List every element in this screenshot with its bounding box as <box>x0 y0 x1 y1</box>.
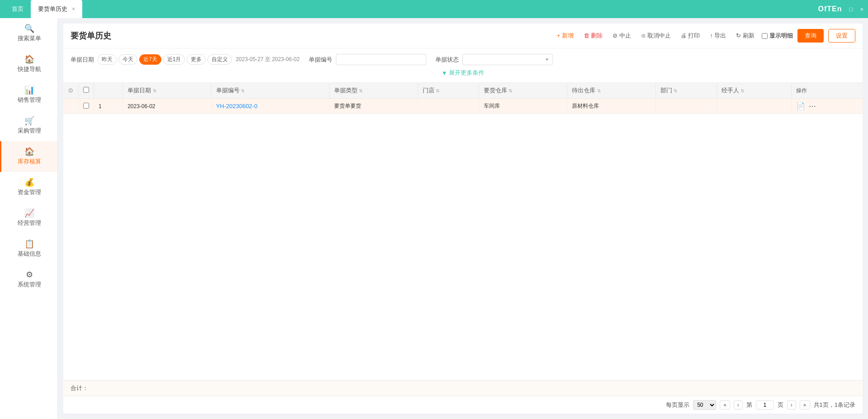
th-store-sort-icon[interactable]: ⇅ <box>436 88 439 93</box>
print-btn[interactable]: 🖨 打印 <box>678 30 703 42</box>
filter-row: 单据日期 昨天 今天 近7天 近1月 更多 自定义 2023-05-27 至 2… <box>71 54 855 65</box>
th-req-warehouse[interactable]: 要货仓库 ⇅ <box>479 83 567 99</box>
th-doctype-sort-icon[interactable]: ⇅ <box>359 88 363 93</box>
current-page-label: 第 <box>746 401 752 409</box>
status-select[interactable] <box>462 54 553 65</box>
tab-close-btn[interactable]: × <box>72 6 75 12</box>
sidebar-item-ops-mgmt[interactable]: 📈 经营管理 <box>0 203 57 233</box>
quick-nav-icon: 🏠 <box>24 55 34 63</box>
export-btn[interactable]: ↑ 导出 <box>707 30 729 42</box>
settings-button[interactable]: 设置 <box>828 29 855 43</box>
th-pending-warehouse-sort-icon[interactable]: ⇅ <box>597 88 601 93</box>
pagination-bar: 每页显示 50 10 20 100 « ‹ 第 页 › » 共1页，1条记录 <box>63 396 863 414</box>
th-date-sort-icon[interactable]: ⇅ <box>153 88 156 93</box>
date-filter-buttons: 昨天 今天 近7天 近1月 更多 自定义 <box>98 54 232 65</box>
docno-link[interactable]: YH-20230602-0 <box>216 103 258 110</box>
th-handler[interactable]: 经手人 ⇅ <box>717 83 791 99</box>
stop-btn[interactable]: ⊘ 中止 <box>610 30 634 42</box>
sys-mgmt-icon: ⚙ <box>26 271 33 279</box>
status-select-wrapper: ▼ <box>462 54 553 65</box>
expand-more-btn[interactable]: ▼ 展开更多条件 <box>71 69 855 77</box>
ops-mgmt-icon: 📈 <box>24 209 34 217</box>
table-settings-icon[interactable]: ⚙ <box>68 87 74 94</box>
th-doctype[interactable]: 单据类型 ⇅ <box>330 83 418 99</box>
display-detail-text: 显示明细 <box>769 32 793 40</box>
table-header-row: ⚙ 单据日期 ⇅ 单据编号 <box>63 83 863 99</box>
date-btn-yesterday[interactable]: 昨天 <box>98 54 117 65</box>
select-all-checkbox[interactable] <box>83 87 89 93</box>
docno-filter-label: 单据编号 <box>309 56 332 64</box>
row-view-btn[interactable]: 📄 <box>796 102 805 110</box>
first-page-btn[interactable]: « <box>720 400 730 409</box>
sidebar-item-sys-mgmt[interactable]: ⚙ 系统管理 <box>0 264 57 295</box>
window-maximize-btn[interactable]: □ <box>849 6 853 13</box>
td-date: 2023-06-02 <box>123 99 211 114</box>
window-close-btn[interactable]: × <box>860 6 863 13</box>
td-seq: 1 <box>94 99 123 114</box>
prev-page-btn[interactable]: ‹ <box>734 400 743 409</box>
td-operation: 📄 ⋯ <box>792 99 863 114</box>
sidebar-item-label-finance-mgmt: 资金管理 <box>18 188 41 196</box>
date-filter-label: 单据日期 <box>71 56 94 64</box>
sidebar-item-label-purchase-mgmt: 采购管理 <box>18 127 41 135</box>
status-filter-group: 单据状态 ▼ <box>435 54 553 65</box>
td-docno: YH-20230602-0 <box>211 99 329 114</box>
th-store-label: 门店 <box>423 87 434 94</box>
display-detail-checkbox[interactable] <box>762 33 768 39</box>
th-date[interactable]: 单据日期 ⇅ <box>123 83 211 99</box>
expand-more-label: 展开更多条件 <box>449 69 484 77</box>
next-page-btn[interactable]: › <box>787 400 796 409</box>
td-settings <box>63 99 79 114</box>
display-detail-label: 显示明细 <box>762 32 793 40</box>
last-page-btn[interactable]: » <box>800 400 810 409</box>
sidebar-item-inventory[interactable]: 🏠 库存核算 <box>0 141 57 172</box>
new-btn[interactable]: + 新增 <box>554 30 576 42</box>
th-pending-warehouse[interactable]: 待出仓库 ⇅ <box>567 83 656 99</box>
delete-btn[interactable]: 🗑 删除 <box>581 30 606 42</box>
th-settings[interactable]: ⚙ <box>63 83 79 99</box>
th-docno-sort-icon[interactable]: ⇅ <box>241 88 245 93</box>
tab-home[interactable]: 首页 <box>5 0 31 18</box>
query-button[interactable]: 查询 <box>797 29 824 43</box>
sidebar-item-label-sys-mgmt: 系统管理 <box>18 281 41 289</box>
tab-yaohuodan[interactable]: 要货单历史 × <box>31 0 82 18</box>
filter-area: 单据日期 昨天 今天 近7天 近1月 更多 自定义 2023-05-27 至 2… <box>63 48 863 83</box>
page-unit-label: 页 <box>778 401 783 409</box>
sidebar-item-search-menu[interactable]: 🔍 搜索菜单 <box>0 18 57 49</box>
th-req-warehouse-sort-icon[interactable]: ⇅ <box>509 88 512 93</box>
th-handler-label: 经手人 <box>722 87 739 94</box>
page-number-input[interactable] <box>756 400 774 409</box>
th-doctype-label: 单据类型 <box>334 87 358 94</box>
cancel-stop-btn[interactable]: ⊙ 取消中止 <box>638 30 674 42</box>
sales-mgmt-icon: 📊 <box>24 86 34 94</box>
sidebar-item-sales-mgmt[interactable]: 📊 销售管理 <box>0 80 57 110</box>
page-size-select[interactable]: 50 10 20 100 <box>693 400 716 410</box>
sidebar-item-label-sales-mgmt: 销售管理 <box>18 96 41 104</box>
date-btn-today[interactable]: 今天 <box>118 54 137 65</box>
sidebar-item-finance-mgmt[interactable]: 💰 资金管理 <box>0 172 57 203</box>
sidebar-item-basic-info[interactable]: 📋 基础信息 <box>0 233 57 264</box>
th-handler-sort-icon[interactable]: ⇅ <box>741 88 744 93</box>
date-btn-7days[interactable]: 近7天 <box>139 54 161 65</box>
date-btn-more[interactable]: 更多 <box>187 54 206 65</box>
sidebar-item-label-search-menu: 搜索菜单 <box>18 34 41 43</box>
th-dept-sort-icon[interactable]: ⇅ <box>674 88 677 93</box>
th-date-label: 单据日期 <box>127 87 151 94</box>
td-dept <box>656 99 717 114</box>
th-pending-warehouse-label: 待出仓库 <box>572 87 595 94</box>
date-btn-custom[interactable]: 自定义 <box>208 54 232 65</box>
refresh-btn[interactable]: ↻ 刷新 <box>733 30 757 42</box>
row-checkbox[interactable] <box>83 103 89 109</box>
page-title: 要货单历史 <box>71 30 554 41</box>
sidebar-item-quick-nav[interactable]: 🏠 快捷导航 <box>0 49 57 80</box>
th-docno[interactable]: 单据编号 ⇅ <box>211 83 329 99</box>
data-table: ⚙ 单据日期 ⇅ 单据编号 <box>63 83 863 114</box>
sidebar-item-purchase-mgmt[interactable]: 🛒 采购管理 <box>0 110 57 141</box>
th-store[interactable]: 门店 ⇅ <box>418 83 479 99</box>
th-dept[interactable]: 部门 ⇅ <box>656 83 717 99</box>
sidebar-item-label-quick-nav: 快捷导航 <box>18 65 41 73</box>
date-btn-1month[interactable]: 近1月 <box>163 54 185 65</box>
docno-input[interactable] <box>336 54 426 65</box>
brand-text: OfTEn <box>818 5 842 13</box>
row-more-btn[interactable]: ⋯ <box>809 102 816 110</box>
